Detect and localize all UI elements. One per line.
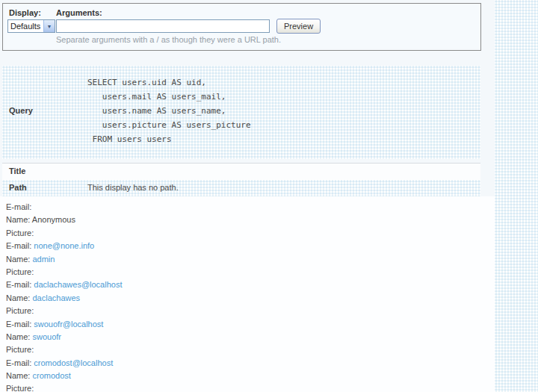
query-sql: SELECT users.uid AS uid, users.mail AS u…	[87, 75, 251, 146]
page-background-band	[495, 0, 538, 392]
preview-controls-fieldset: Display: Arguments: Defaults ▼ Preview S…	[2, 3, 481, 51]
field-label: Name:	[6, 293, 32, 302]
field-label: E-mail:	[6, 358, 34, 367]
user-list: E-mail:Name: AnonymousPicture:E-mail: no…	[0, 196, 495, 392]
user-name-line: Name: cromodost	[6, 370, 495, 382]
field-label: Picture:	[6, 384, 34, 392]
field-label: E-mail:	[6, 320, 34, 329]
user-name-line: Name: daclachawes	[6, 292, 495, 305]
query-row: Query SELECT users.uid AS uid, users.mai…	[2, 66, 480, 159]
views-preview-page: { "controls": { "display_label": "Displa…	[0, 0, 538, 392]
user-name-line: Name: Anonymous	[6, 214, 495, 226]
user-name-link[interactable]: admin	[32, 255, 55, 264]
field-label: Name:	[6, 332, 32, 341]
field-label: Name:	[6, 215, 32, 224]
user-name-line: Name: admin	[6, 253, 495, 266]
user-email-line: E-mail: daclachawes@localhost	[6, 279, 495, 291]
user-email-link[interactable]: cromodost@localhost	[34, 358, 113, 367]
field-label: Picture:	[6, 306, 34, 315]
user-name-link[interactable]: cromodost	[32, 371, 70, 380]
arguments-input[interactable]	[56, 19, 270, 33]
field-label: E-mail:	[6, 280, 34, 289]
user-name-link[interactable]: swouofr	[32, 332, 61, 341]
user-picture-line: Picture:	[6, 343, 495, 356]
user-picture-line: Picture:	[6, 227, 495, 240]
path-label: Path	[9, 183, 27, 192]
field-label: Name:	[6, 255, 32, 264]
arguments-label: Arguments:	[56, 8, 102, 17]
user-email-link[interactable]: daclachawes@localhost	[34, 280, 122, 289]
display-select-value: Defaults	[8, 22, 43, 31]
user-name-line: Name: swouofr	[6, 331, 495, 343]
path-value: This display has no path.	[87, 183, 179, 192]
query-label: Query	[9, 106, 33, 115]
display-select[interactable]: Defaults ▼	[7, 19, 55, 33]
field-label: Picture:	[6, 345, 34, 354]
user-email-link[interactable]: swouofr@localhost	[34, 320, 103, 329]
title-row: Title	[2, 163, 480, 180]
user-email-line: E-mail:	[6, 201, 495, 214]
preview-button[interactable]: Preview	[276, 19, 321, 34]
user-email-line: E-mail: cromodost@localhost	[6, 357, 495, 370]
field-label: E-mail:	[6, 241, 34, 250]
user-email-line: E-mail: swouofr@localhost	[6, 318, 495, 331]
field-label: Picture:	[6, 228, 34, 237]
user-name-link[interactable]: daclachawes	[32, 293, 80, 302]
path-row: Path This display has no path.	[2, 180, 480, 196]
user-picture-line: Picture:	[6, 266, 495, 279]
user-picture-line: Picture:	[6, 305, 495, 317]
title-label: Title	[9, 167, 25, 175]
user-picture-line: Picture:	[6, 382, 495, 392]
field-value: Anonymous	[32, 215, 75, 224]
display-label: Display:	[9, 8, 41, 17]
user-email-line: E-mail: none@none.info	[6, 240, 495, 252]
user-email-link[interactable]: none@none.info	[34, 241, 94, 250]
field-label: Picture:	[6, 267, 34, 276]
field-label: Name:	[6, 371, 32, 380]
chevron-down-icon[interactable]: ▼	[43, 20, 55, 32]
field-label: E-mail:	[6, 202, 31, 211]
arguments-help-text: Separate arguments with a / as though th…	[56, 35, 281, 44]
